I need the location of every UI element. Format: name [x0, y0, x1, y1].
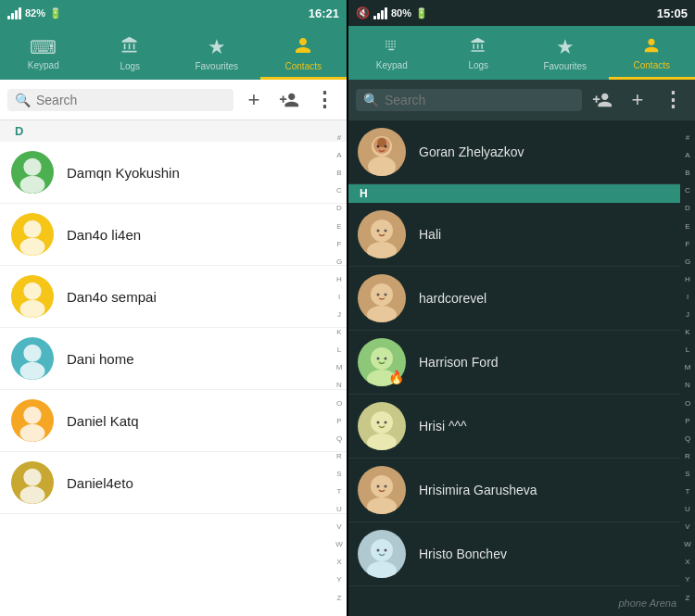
right-add-contact-button[interactable]: [588, 85, 617, 115]
right-index-g[interactable]: G: [685, 258, 690, 266]
index-q[interactable]: Q: [336, 435, 342, 443]
index-d[interactable]: D: [336, 205, 342, 212]
svg-point-21: [385, 230, 387, 233]
right-index-h[interactable]: H: [685, 276, 690, 283]
right-index-x[interactable]: X: [685, 559, 689, 566]
index-r[interactable]: R: [336, 453, 342, 460]
left-add-button[interactable]: +: [239, 85, 269, 115]
index-n[interactable]: N: [336, 382, 342, 389]
contact-item-damqn[interactable]: Damqn Kyokushin: [0, 142, 347, 204]
right-index-n[interactable]: N: [685, 382, 690, 389]
contact-item-daniel-katq[interactable]: Daniel Katq: [0, 390, 347, 452]
right-index-q[interactable]: Q: [685, 435, 690, 443]
right-index-l[interactable]: L: [686, 346, 689, 354]
index-g[interactable]: G: [336, 258, 342, 266]
contact-name-hardcorevel: hardcorevel: [419, 291, 486, 306]
right-tab-keypad[interactable]: Keypad: [348, 26, 436, 80]
left-tab-favourites-label: Favourites: [195, 61, 238, 71]
svg-point-20: [377, 230, 380, 233]
index-c[interactable]: C: [336, 187, 342, 195]
right-index-t[interactable]: T: [686, 488, 690, 496]
left-tab-logs[interactable]: Logs: [87, 26, 174, 80]
right-more-button[interactable]: ⋮: [658, 85, 688, 115]
index-b[interactable]: B: [336, 170, 341, 177]
index-x[interactable]: X: [336, 559, 341, 566]
right-tab-contacts[interactable]: Contacts: [609, 26, 696, 80]
contact-item-hrisimira[interactable]: Hrisimira Garusheva: [348, 459, 680, 522]
contact-name-daniel4eto: Daniel4eto: [67, 475, 133, 491]
right-index-o[interactable]: O: [685, 400, 690, 408]
index-v[interactable]: V: [336, 523, 341, 531]
right-index-j[interactable]: J: [686, 311, 689, 319]
right-index-i[interactable]: I: [687, 294, 689, 301]
right-tab-contacts-label: Contacts: [634, 60, 670, 70]
right-index-hash[interactable]: #: [686, 134, 689, 142]
right-index-e[interactable]: E: [685, 223, 689, 231]
left-tab-keypad[interactable]: ⌨ Keypad: [0, 26, 87, 80]
right-index-w[interactable]: W: [684, 541, 691, 548]
contact-item-hrisi[interactable]: Hrisi ^^^: [348, 395, 680, 459]
index-s[interactable]: S: [336, 471, 341, 478]
contact-item-hali[interactable]: Hali: [348, 203, 680, 267]
index-l[interactable]: L: [337, 346, 341, 354]
right-index-r[interactable]: R: [685, 453, 690, 460]
right-index-p[interactable]: P: [685, 418, 689, 425]
left-add-contact-button[interactable]: [274, 85, 304, 115]
right-time: 15:05: [657, 6, 688, 20]
index-t[interactable]: T: [337, 488, 342, 496]
right-search-input[interactable]: [385, 93, 575, 107]
right-tab-logs[interactable]: Logs: [436, 26, 523, 80]
right-index-v[interactable]: V: [685, 523, 689, 531]
index-hash[interactable]: #: [337, 134, 341, 142]
contact-name-hristo: Hristo Bonchev: [419, 547, 507, 561]
right-index-c[interactable]: C: [685, 187, 690, 195]
svg-point-8: [23, 407, 41, 424]
index-o[interactable]: O: [336, 400, 342, 408]
right-add-button[interactable]: +: [623, 85, 652, 115]
right-tab-favourites[interactable]: ★ Favourites: [522, 26, 609, 80]
index-k[interactable]: K: [336, 329, 341, 336]
contact-item-dan4o-li4en[interactable]: Dan4o li4en: [0, 204, 347, 266]
left-tab-contacts[interactable]: Contacts: [260, 26, 348, 80]
svg-point-6: [23, 345, 41, 362]
contact-item-harrison[interactable]: 🔥 Harrison Ford: [348, 331, 680, 395]
index-f[interactable]: F: [337, 241, 342, 248]
contact-item-dan4o-sempai[interactable]: Dan4o sempai: [0, 266, 347, 328]
right-index-k[interactable]: K: [685, 329, 689, 336]
contact-item-hristo[interactable]: Hristo Bonchev: [348, 522, 680, 586]
right-index-f[interactable]: F: [686, 241, 690, 248]
contact-item-goran[interactable]: Goran Zhelyazkov: [348, 120, 680, 184]
index-e[interactable]: E: [336, 223, 341, 231]
right-index-a[interactable]: A: [685, 152, 689, 159]
right-index-d[interactable]: D: [685, 205, 690, 212]
right-index-m[interactable]: M: [685, 364, 691, 371]
contact-item-daniel4eto[interactable]: Daniel4eto: [0, 452, 347, 514]
left-more-button[interactable]: ⋮: [310, 85, 339, 115]
contact-item-hardcorevel[interactable]: hardcorevel: [348, 267, 680, 331]
avatar-goran: [358, 128, 406, 176]
contact-item-dani-home[interactable]: Dani home: [0, 328, 347, 390]
right-favourites-icon: ★: [556, 35, 575, 59]
contact-name-goran: Goran Zhelyazkov: [419, 145, 524, 159]
left-tab-favourites[interactable]: ★ Favourites: [173, 26, 260, 80]
svg-point-16: [377, 145, 380, 148]
left-search-wrap[interactable]: 🔍: [7, 89, 234, 111]
index-y[interactable]: Y: [336, 576, 341, 584]
index-p[interactable]: P: [336, 418, 341, 425]
index-m[interactable]: M: [336, 364, 343, 371]
index-j[interactable]: J: [337, 311, 341, 319]
index-z[interactable]: Z: [337, 595, 342, 602]
index-i[interactable]: I: [338, 294, 340, 301]
avatar-hali: [358, 210, 406, 258]
index-a[interactable]: A: [336, 152, 341, 159]
right-index-y[interactable]: Y: [685, 576, 689, 584]
index-w[interactable]: W: [335, 541, 343, 548]
right-index-b[interactable]: B: [685, 170, 689, 177]
right-index-z[interactable]: Z: [686, 595, 690, 602]
index-u[interactable]: U: [336, 506, 342, 513]
left-search-input[interactable]: [36, 93, 226, 107]
index-h[interactable]: H: [336, 276, 342, 283]
right-index-s[interactable]: S: [685, 471, 689, 478]
right-index-u[interactable]: U: [685, 506, 690, 513]
right-search-wrap[interactable]: 🔍: [356, 89, 582, 111]
